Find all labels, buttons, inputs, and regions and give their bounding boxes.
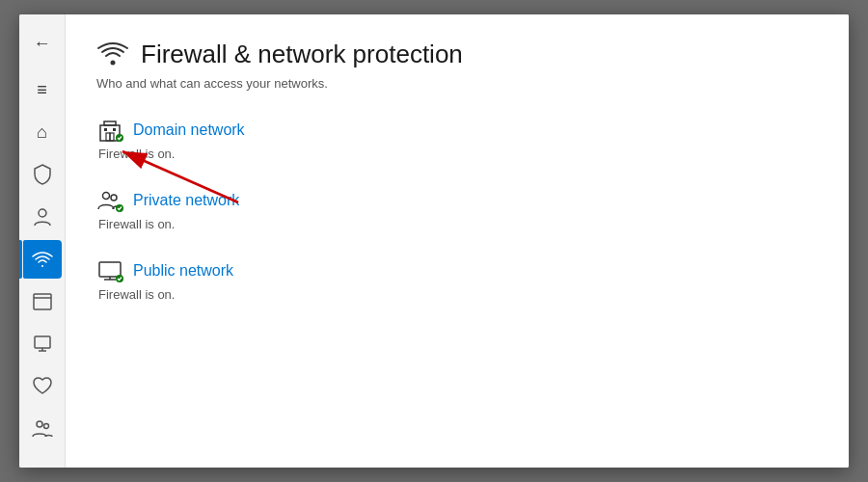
network-item-private: Private network Firewall is on.	[96, 188, 818, 231]
main-content: Firewall & network protection Who and wh…	[66, 14, 849, 468]
svg-rect-14	[113, 128, 116, 131]
private-network-icon	[96, 188, 123, 213]
sidebar-item-account[interactable]	[23, 198, 62, 236]
sidebar-item-home[interactable]: ⌂	[23, 113, 62, 151]
svg-point-7	[43, 424, 48, 429]
sidebar-item-health[interactable]	[23, 367, 62, 406]
domain-icon-wrap	[96, 118, 123, 143]
browser-icon	[33, 293, 52, 310]
private-network-link: Private network	[96, 188, 818, 213]
domain-network-link: Domain network	[96, 118, 818, 143]
home-icon: ⌂	[37, 122, 47, 143]
public-network-name[interactable]: Public network	[133, 262, 233, 280]
svg-rect-12	[110, 133, 114, 141]
menu-icon: ≡	[37, 80, 47, 100]
network-item-domain: Domain network Firewall is on.	[96, 118, 818, 161]
svg-point-6	[37, 421, 42, 427]
account-icon	[33, 206, 52, 228]
device-icon	[33, 335, 52, 354]
active-indicator	[19, 240, 22, 279]
svg-point-17	[111, 195, 117, 201]
public-network-icon	[96, 258, 123, 283]
domain-network-status: Firewall is on.	[98, 147, 818, 161]
domain-network-icon	[96, 118, 123, 143]
page-subtitle: Who and what can access your networks.	[96, 76, 818, 91]
svg-point-0	[39, 209, 46, 217]
page-title: Firewall & network protection	[141, 40, 463, 69]
main-window: ← ≡ ⌂	[19, 14, 849, 468]
header-wifi-icon	[96, 38, 129, 70]
private-icon-wrap	[96, 188, 123, 213]
sidebar-item-firewall[interactable]	[23, 240, 62, 279]
svg-rect-10	[104, 121, 116, 125]
sidebar-item-family[interactable]	[23, 410, 62, 448]
svg-rect-1	[34, 294, 51, 309]
sidebar-item-menu[interactable]: ≡	[23, 70, 62, 109]
page-header: Firewall & network protection	[96, 38, 818, 70]
back-icon: ←	[34, 34, 51, 54]
shield-icon	[33, 164, 52, 185]
public-network-link: Public network	[96, 258, 818, 283]
private-network-status: Firewall is on.	[98, 217, 818, 231]
svg-point-8	[111, 61, 116, 66]
sidebar-item-device[interactable]	[23, 325, 62, 363]
public-network-status: Firewall is on.	[98, 287, 818, 302]
sidebar-item-shield[interactable]	[23, 155, 62, 194]
public-icon-wrap	[96, 258, 123, 283]
svg-rect-19	[99, 262, 121, 277]
sidebar: ← ≡ ⌂	[19, 14, 66, 468]
sidebar-item-back[interactable]: ←	[23, 24, 62, 63]
svg-point-16	[103, 193, 110, 200]
svg-rect-3	[35, 336, 50, 348]
family-icon	[32, 419, 53, 439]
svg-rect-13	[104, 128, 107, 131]
wifi-icon	[32, 249, 53, 270]
heart-icon	[32, 377, 53, 396]
private-network-name[interactable]: Private network	[133, 192, 239, 209]
sidebar-item-app-browser[interactable]	[23, 282, 62, 321]
domain-network-name[interactable]: Domain network	[133, 121, 245, 139]
network-item-public: Public network Firewall is on.	[96, 258, 818, 302]
